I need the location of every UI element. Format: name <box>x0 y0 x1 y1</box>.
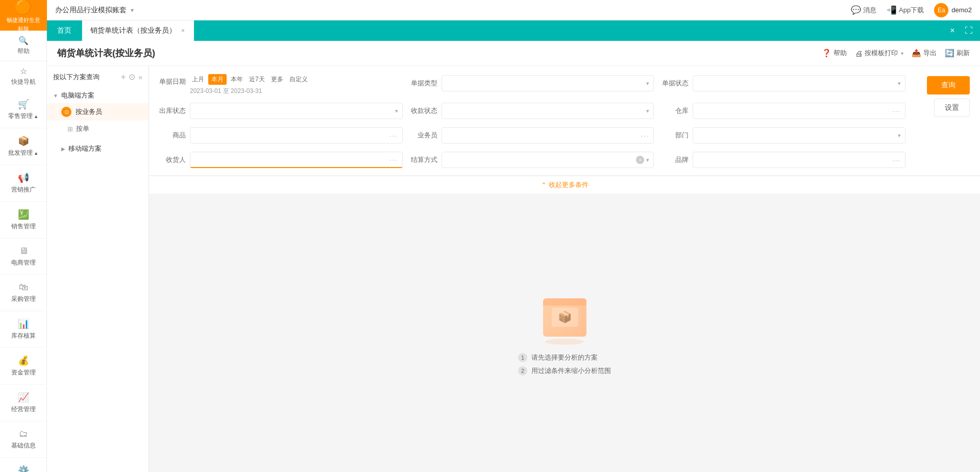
settlement-clear-button[interactable]: × <box>636 156 644 164</box>
empty-hint-2: 2 用过滤条件来缩小分析范围 <box>518 366 611 375</box>
order-status-control[interactable]: ▾ <box>693 75 905 91</box>
topbar-dropdown-arrow[interactable]: ▾ <box>131 7 134 14</box>
scheme-subitem-order[interactable]: ⊞ 按单 <box>47 121 149 137</box>
template-print-action[interactable]: 🖨 按模板打印 ▾ <box>855 49 903 58</box>
add-scheme-button[interactable]: + <box>121 73 126 82</box>
user-menu[interactable]: Ea demo2 <box>934 3 972 17</box>
quick-nav-label: 快捷导航 <box>11 78 36 86</box>
help-icon: ❓ <box>822 49 831 58</box>
tab-active-label: 销货单统计表（按业务员） <box>90 26 176 35</box>
topbar-left: 办公用品行业模拟账套 ▾ <box>55 6 134 15</box>
brand-control[interactable]: ··· <box>693 152 905 168</box>
sidebar-item-system[interactable]: ⚙️ 系统管理 <box>0 458 47 472</box>
page-title: 销货单统计表(按业务员) <box>57 47 155 65</box>
scheme-item-staff-label: 按业务员 <box>76 107 102 116</box>
goods-control[interactable]: ··· <box>190 127 403 144</box>
username: demo2 <box>951 6 972 14</box>
staff-dots: ··· <box>641 132 649 139</box>
settings-button[interactable]: 设置 <box>934 99 970 117</box>
avatar: Ea <box>934 3 948 17</box>
page-header-actions: ❓ 帮助 🖨 按模板打印 ▾ 📤 导出 🔄 刷新 <box>822 49 970 64</box>
collapse-panel-button[interactable]: « <box>138 73 142 81</box>
download-icon: 📲 <box>887 5 897 15</box>
collapse-label: 收起更多条件 <box>549 180 589 190</box>
date-tab-thismonth[interactable]: 本月 <box>208 74 227 85</box>
export-action[interactable]: 📤 导出 <box>912 49 937 58</box>
order-type-control[interactable]: ▾ <box>442 75 654 91</box>
warehouse-control[interactable]: ··· <box>693 103 905 119</box>
topbar-right: 💬 消息 📲 App下载 Ea demo2 <box>851 3 972 17</box>
sidebar-quick-nav[interactable]: ☆ 快捷导航 <box>0 61 47 91</box>
order-status-field: 单据状态 ▾ <box>662 74 905 92</box>
print-icon: 🖨 <box>855 49 863 58</box>
date-tab-custom[interactable]: 自定义 <box>287 74 310 85</box>
tab-maximize-button[interactable]: ⛶ <box>962 23 976 38</box>
sidebar-search[interactable]: 🔍 帮助 <box>0 31 47 61</box>
message-action[interactable]: 💬 消息 <box>851 5 876 15</box>
export-label: 导出 <box>923 49 937 58</box>
empty-illustration: 📦 <box>534 291 595 347</box>
collapse-bar[interactable]: ⌃ 收起更多条件 <box>149 176 980 194</box>
sidebar-item-wholesale[interactable]: 📦 批发管理 <box>0 128 47 165</box>
tab-home[interactable]: 首页 <box>47 20 82 41</box>
wholesale-icon: 📦 <box>18 135 29 147</box>
order-status-label: 单据状态 <box>662 79 689 88</box>
sidebar-logo[interactable]: 🟠 畅捷通好生意 标版 <box>0 0 47 31</box>
sidebar-item-retail[interactable]: 🛒 零售管理 <box>0 91 47 128</box>
staff-field: 业务员 ··· <box>411 126 654 145</box>
help-label: 帮助 <box>834 49 847 58</box>
date-tab-lastmonth[interactable]: 上月 <box>190 74 206 85</box>
desktop-group-header[interactable]: ▼ 电脑端方案 <box>47 88 149 103</box>
consignee-field: 收货人 ··· <box>159 151 403 169</box>
logo-icon: 🟠 <box>14 0 32 15</box>
refresh-icon: 🔄 <box>945 49 954 58</box>
query-button[interactable]: 查询 <box>927 76 970 95</box>
tab-close-button[interactable]: × <box>180 26 186 35</box>
date-range-text: 2023-03-01 至 2023-03-31 <box>190 87 403 96</box>
sidebar-item-ecommerce[interactable]: 🖥 电商管理 <box>0 239 47 275</box>
app-download-label: App下载 <box>899 6 924 15</box>
template-print-label: 按模板打印 <box>865 49 898 58</box>
sidebar-item-inventory[interactable]: 📊 库存核算 <box>0 311 47 348</box>
sidebar-item-purchase[interactable]: 🛍 采购管理 <box>0 275 47 311</box>
settlement-control[interactable]: × ▾ <box>442 152 654 168</box>
app-download-action[interactable]: 📲 App下载 <box>887 5 924 15</box>
tab-home-label: 首页 <box>57 26 71 35</box>
sidebar-item-operations[interactable]: 📈 经营管理 <box>0 385 47 421</box>
date-tab-7days[interactable]: 近7天 <box>247 74 267 85</box>
out-status-control[interactable]: ▾ <box>190 103 403 119</box>
logo-text: 畅捷通好生意 <box>7 16 40 24</box>
consignee-control[interactable]: ··· <box>190 152 403 168</box>
topbar: 办公用品行业模拟账套 ▾ 💬 消息 📲 App下载 Ea demo2 <box>47 0 980 20</box>
tab-close-all-button[interactable]: × <box>945 23 960 38</box>
scheme-item-staff[interactable]: ⊙ 按业务员 <box>47 103 149 121</box>
settlement-label: 结算方式 <box>411 155 437 164</box>
inventory-icon: 📊 <box>18 318 29 329</box>
page-content: 销货单统计表(按业务员) ❓ 帮助 🖨 按模板打印 ▾ 📤 导出 🔄 刷新 <box>47 41 980 472</box>
retail-icon: 🛒 <box>18 99 29 110</box>
box-shadow <box>545 339 584 345</box>
dept-control[interactable]: ▾ <box>693 127 905 144</box>
dept-label: 部门 <box>662 131 689 140</box>
date-tab-more[interactable]: 更多 <box>269 74 285 85</box>
date-tab-thisyear[interactable]: 本年 <box>229 74 245 85</box>
basic-label: 基础信息 <box>11 441 36 450</box>
settings-scheme-button[interactable]: ⊙ <box>129 72 135 82</box>
hint-num-1: 1 <box>518 353 527 362</box>
help-action[interactable]: ❓ 帮助 <box>822 49 847 58</box>
subitem-icon: ⊞ <box>67 125 73 133</box>
staff-control[interactable]: ··· <box>442 127 654 144</box>
out-status-field: 出库状态 ▾ <box>159 102 403 120</box>
search-label: 帮助 <box>17 47 30 56</box>
tab-active[interactable]: 销货单统计表（按业务员） × <box>82 20 194 41</box>
mobile-group-header[interactable]: ▶ 移动端方案 <box>47 141 149 156</box>
sidebar-item-sales[interactable]: 💹 销售管理 <box>0 202 47 239</box>
sidebar-item-basic[interactable]: 🗂 基础信息 <box>0 421 47 458</box>
receipt-status-control[interactable]: ▾ <box>442 103 654 119</box>
marketing-icon: 📢 <box>18 172 29 183</box>
goods-label: 商品 <box>159 131 186 140</box>
sidebar-item-finance[interactable]: 💰 资金管理 <box>0 348 47 385</box>
refresh-action[interactable]: 🔄 刷新 <box>945 49 970 58</box>
scheme-item-dot-text: ⊙ <box>64 109 69 115</box>
sidebar-item-marketing[interactable]: 📢 营销推广 <box>0 165 47 202</box>
